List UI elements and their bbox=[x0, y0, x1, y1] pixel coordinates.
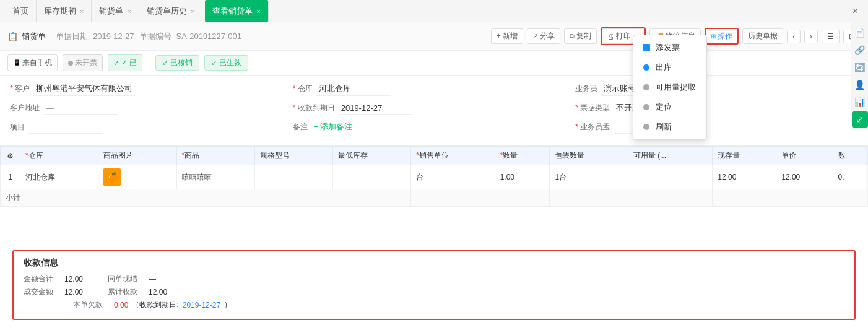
sidebar-link-icon[interactable]: 🔗 bbox=[852, 42, 868, 58]
product-col-header: *商品 bbox=[176, 147, 254, 165]
sold-out-button[interactable]: ✓ 已核销 bbox=[155, 55, 199, 71]
add-invoice-icon bbox=[642, 43, 651, 52]
tab-close-history[interactable]: × bbox=[191, 7, 194, 15]
owed-note: （收款到期日: bbox=[132, 300, 178, 310]
row-product[interactable]: 嘻嘻嘻嘻 bbox=[176, 165, 254, 189]
sidebar-chart-icon[interactable]: 📊 bbox=[852, 94, 868, 110]
available-qty-item[interactable]: 可用量提取 bbox=[633, 77, 706, 97]
payment-row-2: 成交金额 12.00 累计收款 12.00 bbox=[24, 287, 844, 297]
tab-inventory-init[interactable]: 库存期初 × bbox=[37, 0, 92, 22]
effective-button[interactable]: ✓ 已生效 bbox=[204, 55, 248, 71]
available-qty-icon bbox=[642, 83, 651, 92]
qty-col-header: *数量 bbox=[495, 147, 550, 165]
number-value: SA-20191227-001 bbox=[176, 32, 242, 41]
address-label: 客户地址 bbox=[10, 103, 40, 113]
transaction-item: 成交金额 12.00 bbox=[24, 287, 83, 297]
sidebar-user-icon[interactable]: 👤 bbox=[852, 77, 868, 93]
form-row-1: 客户 柳州粤港平安气体有限公司 仓库 河北仓库 业务员 演示账号 bbox=[10, 82, 858, 96]
tab-sales-order[interactable]: 销货单 × bbox=[92, 0, 139, 22]
table-container: ⚙ *仓库 商品图片 *商品 规格型号 最低库存 *销售单位 *数量 包装数量 … bbox=[0, 146, 868, 240]
new-button[interactable]: + 新增 bbox=[491, 28, 523, 44]
project-field: 项目 — bbox=[10, 121, 293, 134]
add-invoice-item[interactable]: 添发票 bbox=[633, 38, 706, 58]
row-num: 1 bbox=[1, 165, 20, 189]
toolbar-separator bbox=[149, 58, 149, 69]
doc-meta: 单据日期 2019-12-27 单据编号 SA-20191227-001 bbox=[56, 31, 241, 42]
not-open-button[interactable]: 未开票 bbox=[63, 54, 103, 71]
prev-button[interactable]: ‹ bbox=[787, 30, 801, 43]
row-spec bbox=[254, 165, 332, 189]
note-add-button[interactable]: +添加备注 bbox=[311, 120, 386, 134]
sidebar-refresh-icon[interactable]: 🔄 bbox=[852, 59, 868, 76]
operations-dropdown: 添发票 出库 可用量提取 定位 刷新 bbox=[633, 35, 707, 140]
subtotal-amount bbox=[833, 189, 867, 207]
row-warehouse: 河北仓库 bbox=[20, 165, 98, 189]
business-label: 业务员孟 bbox=[575, 122, 610, 132]
business-field: 业务员孟 — bbox=[575, 121, 858, 134]
customer-value[interactable]: 柳州粤港平安气体有限公司 bbox=[33, 82, 135, 96]
payment-row-3: 本单欠款 0.00 （收款到期日: 2019-12-27 ） bbox=[24, 300, 844, 310]
list-view-button[interactable]: ☰ bbox=[822, 30, 840, 43]
tab-bar: 首页 库存期初 × 销货单 × 销货单历史 × 查看销货单 × × bbox=[0, 0, 868, 22]
due-date-label: 收款到期日 bbox=[293, 103, 335, 113]
due-date-value[interactable]: 2019-12-27 bbox=[339, 102, 413, 115]
confirm-button[interactable]: ✓ ✓ 已 bbox=[108, 54, 142, 71]
subtotal-pkg bbox=[550, 189, 628, 207]
from-phone-button[interactable]: 📱 来自手机 bbox=[7, 54, 58, 71]
next-button[interactable]: › bbox=[804, 30, 818, 43]
tab-close-view[interactable]: × bbox=[256, 7, 260, 15]
available-col-header: 可用量 (... bbox=[628, 147, 713, 165]
tab-close-sales[interactable]: × bbox=[127, 7, 131, 15]
settlement-value: — bbox=[149, 275, 156, 284]
share-button[interactable]: ↗ 分享 bbox=[527, 28, 560, 44]
tab-view-sales[interactable]: 查看销货单 × bbox=[205, 0, 268, 22]
sidebar-doc-icon[interactable]: 📄 bbox=[852, 25, 868, 41]
subtotal-row: 小计 bbox=[1, 189, 868, 207]
row-unit-price: 12.00 bbox=[776, 165, 833, 189]
date-label: 单据日期 bbox=[56, 31, 88, 42]
address-value[interactable]: — bbox=[43, 102, 118, 115]
tab-sales-history[interactable]: 销货单历史 × bbox=[139, 0, 202, 22]
products-table: ⚙ *仓库 商品图片 *商品 规格型号 最低库存 *销售单位 *数量 包装数量 … bbox=[0, 146, 868, 207]
ticket-field: 票据类型 不开票 bbox=[575, 101, 858, 115]
form-row-2: 客户地址 — 收款到期日 2019-12-27 票据类型 不开票 bbox=[10, 101, 858, 115]
warehouse-col-header: *仓库 bbox=[20, 147, 98, 165]
locate-item[interactable]: 定位 bbox=[633, 97, 706, 117]
doc-header: 📋 销货单 单据日期 2019-12-27 单据编号 SA-20191227-0… bbox=[0, 22, 868, 51]
row-pkg-qty: 1台 bbox=[550, 165, 628, 189]
row-image: 🍊 bbox=[98, 165, 176, 189]
refresh-label: 刷新 bbox=[656, 121, 672, 132]
owed-date: 2019-12-27 bbox=[183, 301, 220, 310]
table-header-row: ⚙ *仓库 商品图片 *商品 规格型号 最低库存 *销售单位 *数量 包装数量 … bbox=[1, 147, 868, 165]
warehouse-field: 仓库 河北仓库 bbox=[293, 82, 576, 96]
sidebar-expand-icon[interactable]: ⤢ bbox=[852, 111, 868, 128]
subtotal-price bbox=[776, 189, 833, 207]
row-min-stock bbox=[333, 165, 411, 189]
window-close-button[interactable]: × bbox=[848, 6, 863, 17]
operations-button[interactable]: ⊞ 操作 bbox=[705, 28, 739, 45]
unit-col-header: *销售单位 bbox=[411, 147, 495, 165]
staff-label: 业务员 bbox=[575, 84, 597, 94]
form-area: 客户 柳州粤港平安气体有限公司 仓库 河北仓库 业务员 演示账号 客户地址 — … bbox=[0, 76, 868, 146]
tab-close-inventory[interactable]: × bbox=[80, 7, 84, 15]
payment-row-1: 金额合计 12.00 同单现结 — bbox=[24, 274, 844, 284]
owed-value: 0.00 bbox=[114, 301, 128, 310]
project-value[interactable]: — bbox=[28, 121, 103, 134]
outbound-item[interactable]: 出库 bbox=[633, 58, 706, 77]
locate-label: 定位 bbox=[656, 102, 672, 113]
owed-label: 本单欠款 bbox=[73, 300, 110, 310]
customer-field: 客户 柳州粤港平安气体有限公司 bbox=[10, 82, 293, 96]
tab-home[interactable]: 首页 bbox=[5, 0, 37, 22]
history-records-button[interactable]: 历史单据 bbox=[742, 28, 783, 44]
right-sidebar: 📄 🔗 🔄 👤 📊 ⤢ bbox=[851, 22, 868, 130]
outbound-icon bbox=[642, 63, 651, 72]
locate-icon bbox=[642, 103, 651, 111]
payment-info: 收款信息 金额合计 12.00 同单现结 — 成交金额 bbox=[24, 258, 844, 313]
available-qty-label: 可用量提取 bbox=[656, 82, 696, 93]
subtotal-available bbox=[628, 189, 713, 207]
settings-col-header[interactable]: ⚙ bbox=[1, 147, 20, 165]
refresh-item[interactable]: 刷新 bbox=[633, 117, 706, 137]
payment-panel: 收款信息 金额合计 12.00 同单现结 — 成交金额 bbox=[12, 250, 856, 320]
warehouse-value[interactable]: 河北仓库 bbox=[316, 82, 391, 96]
copy-button[interactable]: ⧉ 复制 bbox=[564, 28, 597, 44]
